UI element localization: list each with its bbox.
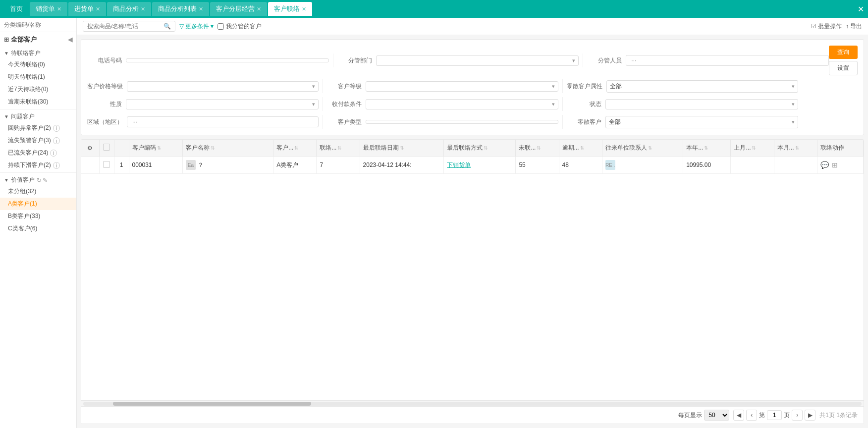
col-gear[interactable]: ⚙	[81, 140, 99, 157]
sidebar-item-ungrouped[interactable]: 未分组(32)	[0, 185, 76, 198]
header-checkbox[interactable]	[103, 144, 110, 151]
value-triangle-icon: ▼	[4, 177, 9, 183]
table-wrapper[interactable]: ⚙ 客户编码⇅ 客户名称⇅ 客户...⇅ 联络...⇅ 最后联络日期⇅ 最后联络…	[81, 140, 864, 400]
filter-customer-level-select[interactable]: ▾	[366, 81, 558, 92]
tab-customer-contact-close[interactable]: ✕	[302, 6, 306, 12]
sidebar-item-overdue[interactable]: 逾期未联络(30)	[0, 96, 76, 108]
page-prev-button[interactable]: ‹	[746, 410, 757, 421]
sidebar-item-today[interactable]: 今天待联络(0)	[0, 58, 76, 71]
filter-region-select[interactable]: ···	[127, 116, 319, 127]
col-overdue[interactable]: 逾期...⇅	[559, 140, 602, 157]
filter-customer-type-label: 客户类型	[327, 118, 362, 126]
filter-nature: 性质 ▾	[87, 97, 319, 111]
main-search-box[interactable]: 🔍	[83, 21, 175, 32]
filter-customer-type: 客户类型	[327, 115, 558, 129]
row-checkbox[interactable]	[99, 157, 114, 174]
page-last-button[interactable]: ▶	[805, 410, 815, 421]
export-button[interactable]: ↑ 导出	[846, 22, 862, 31]
chat-action-icon[interactable]: 💬	[820, 161, 829, 169]
row-last-contact-method[interactable]: 下销货单	[444, 157, 516, 174]
page-next-button[interactable]: ›	[792, 410, 803, 421]
col-this-month[interactable]: 本月...⇅	[774, 140, 817, 157]
filter-retail-attr-select[interactable]: 全部 ▾	[606, 80, 798, 93]
value-customer-group-header: ▼ 价值客户 ↻ ✎	[0, 174, 76, 185]
filter-retail-customer-select[interactable]: 全部 ▾	[605, 116, 798, 128]
sidebar-item-type-a[interactable]: A类客户(1)	[0, 198, 76, 210]
col-no-contact[interactable]: 未联...⇅	[516, 140, 559, 157]
sidebar-item-churned[interactable]: 已流失客户(24) i	[0, 147, 76, 159]
col-last-contact-date[interactable]: 最后联络日期⇅	[360, 140, 444, 157]
qr-action-icon[interactable]: ⊞	[832, 161, 838, 169]
col-last-contact-method[interactable]: 最后联络方式⇅	[444, 140, 516, 157]
sidebar-item-churn-warning[interactable]: 流失预警客户(3) i	[0, 134, 76, 147]
churned-info-icon[interactable]: i	[50, 150, 57, 157]
sidebar-item-declining[interactable]: 持续下滑客户(2) i	[0, 159, 76, 171]
problem-customer-group: ▼ 问题客户	[0, 110, 76, 122]
scroll-track[interactable]	[83, 402, 862, 406]
value-edit-icon[interactable]: ✎	[43, 177, 48, 184]
horizontal-scrollbar[interactable]	[81, 400, 864, 406]
col-contact[interactable]: 联络...⇅	[317, 140, 360, 157]
per-page-select[interactable]: 20 50 100 200	[704, 410, 729, 421]
setting-button[interactable]: 设置	[829, 61, 858, 75]
tab-customer-segment[interactable]: 客户分层经营 ✕	[210, 2, 267, 16]
batch-operation-button[interactable]: ☑ 批量操作	[811, 22, 842, 31]
tab-goods-analysis-list-close[interactable]: ✕	[199, 6, 203, 12]
payment-terms-chevron: ▾	[552, 101, 555, 107]
my-customers-checkbox-label[interactable]: 我分管的客户	[217, 22, 262, 31]
tab-sales-close[interactable]: ✕	[57, 6, 61, 12]
col-this-year[interactable]: 本年...⇅	[683, 140, 731, 157]
filter-manager-select[interactable]: ···	[626, 55, 829, 66]
sidebar-item-7days[interactable]: 近7天待联络(0)	[0, 83, 76, 96]
query-button[interactable]: 查询	[829, 46, 858, 59]
main-search-icon[interactable]: 🔍	[163, 23, 171, 30]
col-checkbox[interactable]	[99, 140, 114, 157]
tab-goods-analysis[interactable]: 商品分析 ✕	[107, 2, 151, 16]
sidebar-collapse-icon[interactable]: ◀	[68, 36, 72, 43]
repurchase-info-icon[interactable]: i	[53, 125, 60, 132]
tab-customer-segment-close[interactable]: ✕	[257, 6, 261, 12]
value-refresh-icon[interactable]: ↻	[37, 177, 42, 184]
filter-phone-input[interactable]	[126, 58, 329, 62]
tab-sales[interactable]: 销货单 ✕	[30, 2, 67, 16]
sidebar-item-type-b[interactable]: B类客户(33)	[0, 210, 76, 222]
page-number-input[interactable]	[767, 410, 782, 420]
col-unit-contact[interactable]: 往来单位联系人⇅	[602, 140, 683, 157]
declining-info-icon[interactable]: i	[53, 162, 60, 169]
all-customers-label: 全部客户	[11, 35, 37, 44]
all-customers-header[interactable]: ⊞ 全部客户 ◀	[0, 32, 76, 47]
more-filters-button[interactable]: ▽ 更多条件 ▾	[179, 22, 214, 31]
tab-goods-analysis-close[interactable]: ✕	[141, 6, 145, 12]
app-close-button[interactable]: ✕	[858, 4, 864, 14]
filter-payment-terms-select[interactable]: ▾	[366, 99, 558, 109]
page-first-button[interactable]: ◀	[733, 410, 744, 421]
tab-goods-analysis-list[interactable]: 商品分析列表 ✕	[152, 2, 209, 16]
col-category[interactable]: 客户...⇅	[273, 140, 317, 157]
col-code[interactable]: 客户编码⇅	[129, 140, 182, 157]
tab-customer-contact[interactable]: 客户联络 ✕	[268, 2, 312, 16]
filter-status-select[interactable]: ▾	[605, 99, 798, 109]
sidebar-item-tomorrow[interactable]: 明天待联络(1)	[0, 71, 76, 83]
main-search-input[interactable]	[87, 23, 162, 30]
churn-warning-info-icon[interactable]: i	[53, 137, 60, 144]
tab-purchase[interactable]: 进货单 ✕	[68, 2, 106, 16]
tab-home[interactable]: 首页	[4, 2, 29, 16]
per-page-selector: 每页显示 20 50 100 200	[678, 410, 729, 421]
filter-customer-type-input[interactable]	[366, 120, 558, 124]
filter-region: 区域（地区） ···	[87, 115, 319, 129]
sidebar-search-input[interactable]	[4, 21, 77, 28]
sidebar-search-box[interactable]: 🔍	[0, 18, 76, 32]
tab-purchase-close[interactable]: ✕	[96, 6, 100, 12]
col-name[interactable]: 客户名称⇅	[182, 140, 273, 157]
sidebar-item-repurchase-abnormal[interactable]: 回购异常客户(2) i	[0, 122, 76, 134]
region-dots-icon: ···	[132, 118, 137, 125]
filter-price-level-select[interactable]: ▾	[127, 81, 319, 92]
col-last-month[interactable]: 上月...⇅	[731, 140, 774, 157]
filter-nature-select[interactable]: ▾	[126, 99, 319, 109]
customers-table: ⚙ 客户编码⇅ 客户名称⇅ 客户...⇅ 联络...⇅ 最后联络日期⇅ 最后联络…	[81, 140, 864, 174]
sidebar-item-type-c[interactable]: C类客户(6)	[0, 222, 76, 235]
scroll-thumb[interactable]	[113, 402, 311, 406]
my-customers-checkbox[interactable]	[217, 23, 224, 30]
filter-dept-select[interactable]: ▾	[376, 55, 579, 66]
row-no-contact: 55	[516, 157, 559, 174]
